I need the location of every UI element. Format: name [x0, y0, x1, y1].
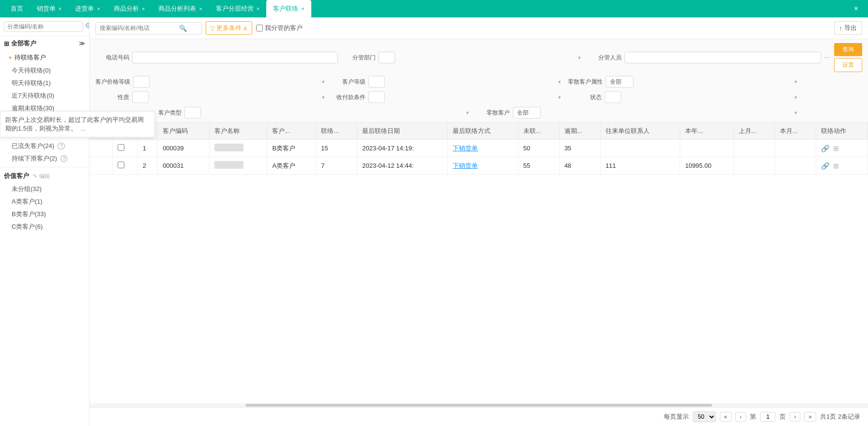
col-last-unit-contact[interactable]: 往来单位联系人: [600, 123, 680, 140]
sidebar-item-today[interactable]: 今天待联络(0): [0, 64, 89, 77]
price-level-select-wrapper: [133, 76, 328, 88]
col-customer-code[interactable]: 客户编码: [158, 123, 210, 140]
page-input[interactable]: [760, 412, 776, 422]
my-customers-filter[interactable]: 我分管的客户: [256, 24, 303, 32]
customer-type-select[interactable]: [184, 107, 201, 118]
col-contact[interactable]: 联络...: [316, 123, 357, 140]
row2-grid-icon[interactable]: ⊞: [833, 162, 839, 170]
nav-close-customer-contact[interactable]: ×: [301, 6, 304, 12]
nav-close-product-analysis[interactable]: ×: [142, 6, 145, 12]
scrollbar-thumb[interactable]: [245, 404, 713, 407]
sidebar-price-customer-header[interactable]: 价值客户 ✎ 编辑: [0, 169, 89, 183]
row2-method-link[interactable]: 下销货单: [453, 162, 478, 169]
phone-input[interactable]: [132, 52, 338, 63]
horizontal-scrollbar[interactable]: [90, 403, 868, 407]
nav-item-customer-contact[interactable]: 客户联络 ×: [266, 0, 311, 17]
nav-item-customer-tier[interactable]: 客户分层经营 ×: [209, 0, 266, 17]
nature-select[interactable]: [132, 91, 149, 103]
my-customers-checkbox[interactable]: [256, 25, 263, 31]
col-this-month[interactable]: 本月...: [775, 123, 816, 140]
status-select[interactable]: [605, 91, 621, 103]
nav-item-sales[interactable]: 销货单 ×: [30, 0, 68, 17]
nav-item-product-list[interactable]: 商品分析列表 ×: [152, 0, 209, 17]
row1-link-icon[interactable]: 🔗: [821, 145, 829, 152]
row2-select-checkbox[interactable]: [118, 162, 124, 168]
nav-close-sales[interactable]: ×: [59, 6, 61, 12]
sidebar-pending-contact[interactable]: ▼ 待联络客户: [0, 51, 89, 64]
col-last-contact-date[interactable]: 最后联络日期: [357, 123, 448, 140]
sidebar-item-c-class[interactable]: C类客户(6): [0, 220, 89, 233]
query-button[interactable]: 查询: [834, 43, 862, 56]
row2-customer-name: [210, 157, 267, 175]
nav-close-purchase[interactable]: ×: [97, 6, 100, 12]
nav-close-product-list[interactable]: ×: [199, 6, 202, 12]
col-customer-name[interactable]: 客户名称: [210, 123, 267, 140]
col-overdue[interactable]: 逾期...: [559, 123, 600, 140]
sidebar-item-a-class[interactable]: A类客户(1): [0, 195, 89, 208]
edit-icon[interactable]: ✎: [33, 173, 37, 179]
scatter-attr-label: 零散客户属性: [568, 78, 603, 86]
next-page-btn[interactable]: ›: [790, 412, 800, 422]
export-button[interactable]: ↑ 导出: [834, 21, 863, 35]
row1-overdue: 35: [559, 140, 600, 157]
status-select-wrapper: [605, 91, 800, 103]
row1-actions: 🔗 ⊞: [816, 140, 868, 157]
row1-grid-icon[interactable]: ⊞: [833, 145, 839, 152]
sidebar-item-continuous-down[interactable]: 持续下滑客户(2) ?: [0, 152, 89, 165]
nav-item-product-analysis[interactable]: 商品分析 ×: [107, 0, 152, 17]
filter-cell-price-level: 客户价格等级: [95, 76, 328, 88]
first-page-btn[interactable]: «: [720, 412, 732, 422]
sidebar-item-already-lost[interactable]: 已流失客户(24) ?: [0, 140, 89, 152]
customer-level-select[interactable]: [368, 76, 385, 88]
row2-link-icon[interactable]: 🔗: [821, 162, 829, 170]
dept-select[interactable]: [379, 52, 395, 63]
col-this-year[interactable]: 本年...: [680, 123, 734, 140]
col-not-contact[interactable]: 未联...: [518, 123, 559, 140]
row1-customer-code: 000039: [158, 140, 210, 157]
page-label: 第: [750, 412, 756, 421]
grid-icon: ⊞: [4, 40, 9, 47]
sidebar-search-input[interactable]: [4, 21, 83, 32]
sidebar-item-tomorrow[interactable]: 明天待联络(1): [0, 77, 89, 89]
filter-cell-dept: 分管部门: [342, 52, 584, 63]
last-page-btn[interactable]: »: [804, 412, 816, 422]
price-level-select[interactable]: [133, 76, 150, 88]
scatter-customer-select[interactable]: 全部: [513, 107, 541, 118]
settings-button[interactable]: 设置: [834, 58, 862, 72]
row2-this-year: 10995.00: [680, 157, 734, 175]
search-input[interactable]: [100, 25, 177, 31]
export-icon: ↑: [839, 25, 843, 32]
sidebar-all-customers-header[interactable]: ⊞ 全部客户 ≫: [0, 36, 89, 51]
sidebar-item-b-class[interactable]: B类客户(33): [0, 208, 89, 220]
tooltip-more-dots[interactable]: ...: [80, 125, 86, 132]
collapse-icon[interactable]: ≫: [79, 40, 85, 47]
col-last-contact-method[interactable]: 最后联络方式: [448, 123, 518, 140]
row1-method-link[interactable]: 下销货单: [453, 145, 478, 152]
nav-item-purchase[interactable]: 进货单 ×: [68, 0, 107, 17]
person-input[interactable]: [624, 52, 821, 63]
person-more-dots[interactable]: ···: [824, 53, 830, 62]
per-page-select[interactable]: 50: [693, 411, 716, 422]
sidebar-item-7days[interactable]: 近7天待联络(0): [0, 89, 89, 102]
close-all-nav[interactable]: ×: [848, 4, 864, 13]
row1-this-year: [680, 140, 734, 157]
row1-select-checkbox[interactable]: [118, 144, 124, 151]
sidebar: 🔍 ⊞ 全部客户 ≫ ▼ 待联络客户 今天待联络(0) 明天待联络(1) 近7天…: [0, 17, 90, 426]
table-header-row: ⚙ # 客户编码 客户名称 客户...: [90, 123, 868, 140]
scatter-customer-label: 零散客户: [476, 109, 510, 117]
sidebar-item-ungroup[interactable]: 未分组(32): [0, 183, 89, 195]
content-area: 🔍 ▽ 更多条件 ∧ 我分管的客户 ↑ 导出 电话号码: [90, 17, 868, 426]
col-customer-type[interactable]: 客户...: [267, 123, 316, 140]
filter-row-3: 性质 收付款条件 状态: [95, 91, 862, 103]
top-navigation: 首页 销货单 × 进货单 × 商品分析 × 商品分析列表 × 客户分层经营 × …: [0, 0, 868, 17]
sidebar-search-icon[interactable]: 🔍: [85, 23, 90, 30]
col-last-month[interactable]: 上月...: [733, 123, 775, 140]
more-conditions-btn[interactable]: ▽ 更多条件 ∧: [206, 21, 252, 35]
filter-cell-scatter-attr: 零散客户属性 全部: [568, 76, 800, 88]
scatter-attr-select[interactable]: 全部: [606, 76, 634, 88]
prev-page-btn[interactable]: ‹: [735, 412, 746, 422]
payment-select[interactable]: [368, 91, 385, 103]
nav-item-home[interactable]: 首页: [4, 0, 30, 17]
filter-row-2: 客户价格等级 客户等级 零散客户属性 全部: [95, 76, 862, 88]
nav-close-customer-tier[interactable]: ×: [257, 6, 259, 12]
